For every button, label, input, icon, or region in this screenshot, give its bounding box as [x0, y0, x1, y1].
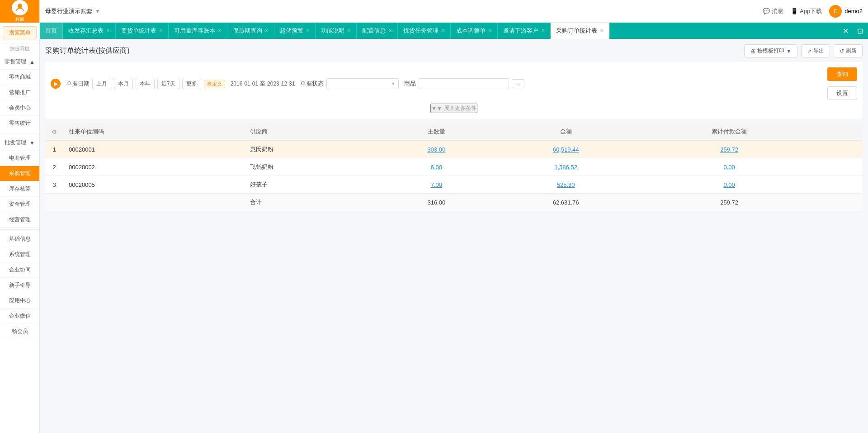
tabbar: 首页 收发存汇总表 ✕ 要货单统计表 ✕ 可用量库存账本 ✕ 保质期查询 ✕ 超… [40, 23, 868, 39]
paid-link-1[interactable]: 259.72 [720, 146, 738, 153]
amount-link-3[interactable]: 525.80 [557, 181, 575, 188]
tab-home[interactable]: 首页 [40, 23, 63, 39]
status-select[interactable] [326, 78, 399, 89]
goods-more-button[interactable]: ··· [512, 79, 524, 88]
amount-link-1[interactable]: 60,519.44 [553, 146, 579, 153]
tab-usable-inventory[interactable]: 可用量库存账本 ✕ [169, 23, 227, 39]
topbar-message-button[interactable]: 💬 消息 [763, 7, 783, 15]
tab-overstock-close[interactable]: ✕ [306, 29, 310, 33]
date-btn-last-month[interactable]: 上月 [92, 79, 111, 89]
sidebar-item-marketing[interactable]: 营销推广 [0, 85, 39, 100]
tab-expiry[interactable]: 保质期查询 ✕ [227, 23, 274, 39]
status-select-wrap [326, 78, 399, 89]
tab-overstock[interactable]: 超储预警 ✕ [274, 23, 316, 39]
date-btn-this-year[interactable]: 本年 [136, 79, 155, 89]
sidebar-item-member[interactable]: 畅会员 [0, 324, 39, 339]
search-menu-button[interactable]: 搜索菜单 [3, 26, 37, 39]
cell-amount-2: 1,586.52 [493, 158, 639, 176]
table-row[interactable]: 2 00020002 飞鹤奶粉 6.00 1,586.52 [45, 158, 863, 176]
sidebar-item-inventory[interactable]: 库存核算 [0, 181, 39, 197]
sidebar-item-wholesale[interactable]: 批发管理 ▼ [0, 135, 39, 151]
sidebar-item-purchase[interactable]: 采购管理 [0, 166, 39, 181]
cell-qty-3: 7.00 [380, 176, 493, 194]
th-qty: 主数量 [380, 123, 493, 141]
qty-link-1[interactable]: 303.00 [427, 146, 445, 153]
tab-purchase-order-stats[interactable]: 采购订单统计表 ✕ [551, 23, 609, 39]
goods-input[interactable] [419, 78, 509, 89]
export-button[interactable]: ↗ 导出 [801, 44, 830, 57]
th-amount: 金额 [493, 123, 639, 141]
sidebar-item-newuser[interactable]: 新手引导 [0, 278, 39, 293]
tab-expiry-close[interactable]: ✕ [265, 29, 269, 33]
filter-expand-section: ▼▼ 展开更多条件 [51, 100, 857, 113]
cell-code-1: 00020001 [63, 141, 245, 158]
topbar-user-section[interactable]: E demo2 [829, 5, 863, 18]
tab-receive-summary[interactable]: 收发存汇总表 ✕ [63, 23, 116, 39]
footer-amount: 62,631.76 [493, 194, 639, 211]
print-dropdown-icon[interactable]: ▼ [786, 48, 792, 54]
sidebar-item-enterprise[interactable]: 企业协同 [0, 262, 39, 278]
topbar-dropdown-arrow[interactable]: ▼ [95, 8, 100, 14]
sidebar-item-retail-mall[interactable]: 零售商城 [0, 70, 39, 85]
tab-order-stats[interactable]: 要货单统计表 ✕ [116, 23, 169, 39]
tab-invite-customer-close[interactable]: ✕ [541, 29, 545, 33]
sidebar-item-member-center[interactable]: 会员中心 [0, 100, 39, 116]
settings-button[interactable]: 设置 [827, 86, 857, 100]
date-btn-more[interactable]: 更多 [182, 79, 201, 89]
tab-maximize-button[interactable]: ⊡ [854, 24, 866, 37]
sidebar-item-nav-label: 快捷导航 [0, 43, 39, 54]
tab-cost-adjust[interactable]: 成本调整单 ✕ [451, 23, 498, 39]
tab-pick-task-close[interactable]: ✕ [441, 29, 445, 33]
tab-invite-customer[interactable]: 邀请下游客户 ✕ [498, 23, 551, 39]
sidebar-item-ecommerce[interactable]: 电商管理 [0, 151, 39, 166]
tab-receive-summary-close[interactable]: ✕ [106, 29, 110, 33]
app-label: App下载 [800, 7, 822, 15]
tab-purchase-order-stats-close[interactable]: ✕ [600, 29, 604, 33]
filter-toggle-button[interactable]: ▶ [51, 79, 61, 89]
tab-close-all-button[interactable]: ✕ [839, 24, 852, 37]
table-settings-icon[interactable]: ⚙ [52, 128, 57, 135]
footer-extra [820, 194, 863, 211]
tab-config-close[interactable]: ✕ [388, 29, 392, 33]
date-btn-this-month[interactable]: 本月 [114, 79, 133, 89]
sidebar-item-wechat[interactable]: 企业微信 [0, 309, 39, 324]
qty-link-3[interactable]: 7.00 [431, 181, 442, 188]
table-row[interactable]: 1 00020001 惠氏奶粉 303.00 60,519.44 [45, 141, 863, 158]
sidebar-item-finance[interactable]: 资金管理 [0, 197, 39, 212]
amount-link-2[interactable]: 1,586.52 [554, 164, 577, 171]
print-icon: 🖨 [750, 48, 755, 54]
date-btn-last-7-days[interactable]: 近7天 [157, 79, 179, 89]
expand-button[interactable]: ▼▼ 展开更多条件 [430, 104, 477, 113]
query-button[interactable]: 查询 [827, 67, 857, 81]
tab-usable-inventory-close[interactable]: ✕ [218, 29, 222, 33]
topbar-app-button[interactable]: 📱 App下载 [791, 7, 822, 15]
custom-date-tag: 自定义 [204, 80, 225, 88]
cell-code-2: 00020002 [63, 158, 245, 176]
sidebar-item-retail-management[interactable]: 零售管理 ▲ [0, 54, 39, 70]
qty-link-2[interactable]: 6.00 [431, 164, 442, 171]
sidebar-item-appcenter[interactable]: 应用中心 [0, 293, 39, 309]
footer-empty [45, 194, 63, 211]
paid-link-3[interactable]: 0.00 [723, 181, 735, 188]
topbar: 母婴行业演示账套 ▼ 💬 消息 📱 App下载 E demo2 [40, 0, 868, 23]
sidebar-item-retail-stats[interactable]: 零售统计 [0, 116, 39, 131]
table-row[interactable]: 3 00020005 好孩子 7.00 525.80 [45, 176, 863, 194]
date-options: 上月 本月 本年 近7天 更多 自定义 [92, 79, 225, 89]
tab-order-stats-close[interactable]: ✕ [159, 29, 163, 33]
tab-purchase-order-stats-label: 采购订单统计表 [556, 27, 597, 35]
tab-cost-adjust-close[interactable]: ✕ [488, 29, 492, 33]
paid-link-2[interactable]: 0.00 [723, 164, 735, 171]
print-button[interactable]: 🖨 按模板打印 ▼ [744, 44, 797, 57]
date-to-separator: 至 [260, 80, 265, 88]
tab-function-desc[interactable]: 功能说明 ✕ [316, 23, 357, 39]
tab-usable-inventory-label: 可用量库存账本 [174, 27, 215, 35]
sidebar-item-system[interactable]: 系统管理 [0, 247, 39, 262]
sidebar-item-operations[interactable]: 经营管理 [0, 212, 39, 228]
sidebar-item-basic-info[interactable]: 基础信息 [0, 232, 39, 247]
th-code: 往来单位编码 [63, 123, 245, 141]
tab-pick-task[interactable]: 拣货任务管理 ✕ [398, 23, 451, 39]
tab-function-desc-close[interactable]: ✕ [347, 29, 351, 33]
tab-config[interactable]: 配置信息 ✕ [357, 23, 398, 39]
refresh-button[interactable]: ↺ 刷新 [834, 44, 863, 57]
th-extra [820, 123, 863, 141]
